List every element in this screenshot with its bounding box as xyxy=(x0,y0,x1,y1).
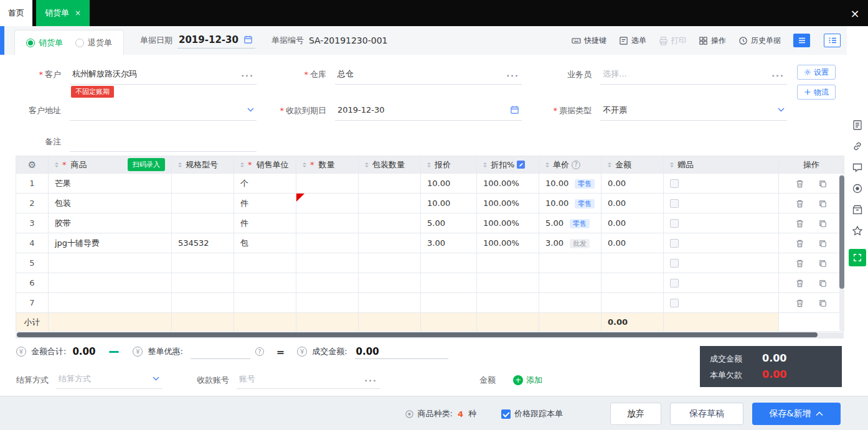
cell-qty[interactable] xyxy=(296,253,359,273)
cell-product[interactable]: 芒果 xyxy=(49,174,172,194)
logistics-button[interactable]: 物流 xyxy=(797,85,836,100)
cell-discount[interactable] xyxy=(477,273,539,293)
cell-pack-qty[interactable] xyxy=(359,174,421,194)
cell-product[interactable] xyxy=(49,273,172,293)
comment-icon[interactable] xyxy=(852,162,863,173)
sort-icon[interactable] xyxy=(55,162,59,167)
sort-icon[interactable] xyxy=(178,162,182,167)
discount-header[interactable]: 折扣% xyxy=(477,156,539,174)
settings-button[interactable]: 设置 xyxy=(797,65,836,80)
cell-product[interactable]: 胶带 xyxy=(49,213,172,233)
form-icon[interactable] xyxy=(852,119,863,131)
window-close-icon[interactable]: × xyxy=(842,0,868,26)
warehouse-picker-button[interactable]: ... xyxy=(506,69,519,78)
gift-checkbox[interactable] xyxy=(670,179,679,188)
delete-row-icon[interactable] xyxy=(795,239,804,248)
cell-product[interactable]: jpg十辅导费 xyxy=(49,233,172,253)
quote-header[interactable]: 报价 xyxy=(421,156,477,174)
package-icon[interactable] xyxy=(852,204,863,215)
cell-product[interactable]: 包装 xyxy=(49,194,172,213)
copy-row-icon[interactable] xyxy=(818,179,828,189)
vertical-scrollbar-thumb[interactable] xyxy=(839,175,844,289)
radio-return-order[interactable]: 退货单 xyxy=(75,37,112,49)
delete-row-icon[interactable] xyxy=(795,279,804,288)
cell-qty[interactable] xyxy=(296,293,359,313)
gift-checkbox[interactable] xyxy=(670,199,679,208)
delete-row-icon[interactable] xyxy=(795,299,804,308)
sort-icon[interactable] xyxy=(365,162,369,167)
fullscreen-icon[interactable] xyxy=(849,249,866,266)
print-button[interactable]: 打印 xyxy=(659,35,686,46)
unit-price-header[interactable]: 单价? xyxy=(539,156,601,174)
cell-amount[interactable] xyxy=(601,293,664,313)
settle-method-select[interactable]: 结算方式 xyxy=(56,372,162,389)
cell-amount[interactable] xyxy=(601,253,664,273)
warehouse-field[interactable]: 总仓 ... xyxy=(335,66,522,85)
pack-qty-header[interactable]: 包装数量 xyxy=(359,156,421,174)
history-orders-button[interactable]: 历史单据 xyxy=(738,35,781,46)
cell-amount[interactable]: 0.00 xyxy=(601,174,664,194)
cell-qty[interactable] xyxy=(296,273,359,293)
cell-quote[interactable]: 3.00 xyxy=(421,233,477,253)
tab-sales-order[interactable]: 销货单 × xyxy=(36,0,90,26)
cell-unit[interactable]: 个 xyxy=(234,174,296,194)
record-icon[interactable] xyxy=(852,183,863,194)
cell-spec[interactable] xyxy=(172,253,234,273)
customer-field[interactable]: 杭州解放路沃尔玛 ... 不固定账期 xyxy=(70,66,257,85)
copy-row-icon[interactable] xyxy=(818,259,828,268)
sort-icon[interactable] xyxy=(483,162,487,167)
cell-unit-price[interactable]: 10.00零售 xyxy=(539,174,601,194)
add-payment-button[interactable]: + 添加 xyxy=(513,375,542,386)
cell-unit[interactable] xyxy=(234,253,296,273)
horizontal-scrollbar-track[interactable] xyxy=(16,332,844,339)
cell-quote[interactable] xyxy=(421,253,477,273)
copy-row-icon[interactable] xyxy=(818,199,828,208)
gift-checkbox[interactable] xyxy=(670,259,679,268)
cell-pack-qty[interactable] xyxy=(359,253,421,273)
gift-checkbox[interactable] xyxy=(670,219,679,228)
view-list-toggle[interactable] xyxy=(793,34,810,47)
cell-discount[interactable] xyxy=(477,253,539,273)
cell-amount[interactable]: 0.00 xyxy=(601,194,664,213)
delete-row-icon[interactable] xyxy=(795,179,804,189)
delete-row-icon[interactable] xyxy=(795,259,804,268)
due-date-field[interactable]: 2019-12-30 xyxy=(335,102,522,121)
price-type-tag[interactable]: 零售 xyxy=(575,179,595,189)
star-icon[interactable] xyxy=(852,225,863,236)
gear-icon[interactable]: ⚙ xyxy=(22,159,42,171)
salesman-picker-button[interactable]: ... xyxy=(771,69,785,78)
cell-quote[interactable] xyxy=(421,293,477,313)
cell-quote[interactable]: 5.00 xyxy=(421,213,477,233)
edit-discount-icon[interactable] xyxy=(517,161,525,169)
copy-row-icon[interactable] xyxy=(818,299,828,308)
cell-unit-price[interactable]: 5.00零售 xyxy=(539,213,601,233)
amount-header[interactable]: 金额 xyxy=(601,156,664,174)
spec-header[interactable]: 规格型号 xyxy=(172,156,234,174)
cell-discount[interactable]: 100.00% xyxy=(477,213,539,233)
cell-unit[interactable] xyxy=(234,293,296,313)
cell-amount[interactable]: 0.00 xyxy=(601,213,664,233)
calendar-icon[interactable] xyxy=(510,105,519,115)
cell-amount[interactable] xyxy=(601,273,664,293)
remark-field[interactable] xyxy=(70,133,257,152)
cell-unit[interactable]: 件 xyxy=(234,213,296,233)
cell-unit-price[interactable] xyxy=(539,293,601,313)
sort-icon[interactable] xyxy=(670,162,674,167)
cell-product[interactable] xyxy=(49,253,172,273)
gift-checkbox[interactable] xyxy=(670,239,679,248)
cell-qty[interactable] xyxy=(296,213,359,233)
product-header[interactable]: *商品扫码录入 xyxy=(49,156,172,174)
cell-qty-flagged[interactable] xyxy=(296,194,359,213)
radio-sales-order[interactable]: 销货单 xyxy=(26,37,63,49)
cell-quote[interactable] xyxy=(421,273,477,293)
cell-qty[interactable] xyxy=(296,174,359,194)
copy-row-icon[interactable] xyxy=(818,239,828,248)
unit-header[interactable]: *销售单位 xyxy=(234,156,296,174)
cell-spec[interactable] xyxy=(172,273,234,293)
view-detail-toggle[interactable] xyxy=(824,34,841,47)
save-draft-button[interactable]: 保存草稿 xyxy=(670,403,743,425)
price-type-tag[interactable]: 批发 xyxy=(570,239,590,248)
cell-amount[interactable]: 0.00 xyxy=(601,233,664,253)
help-icon[interactable]: ? xyxy=(255,347,264,356)
delete-row-icon[interactable] xyxy=(795,219,804,228)
